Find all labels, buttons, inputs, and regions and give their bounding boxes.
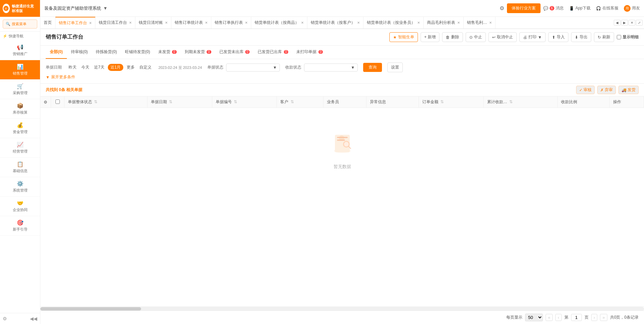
show-detail-checkbox-label[interactable]: 显示明细 <box>617 34 639 40</box>
sidebar-item-basic[interactable]: 📋 基础信息 <box>0 158 40 177</box>
app-download-item[interactable]: 📱 App下载 <box>569 5 591 11</box>
tab-goods-stat-product-close[interactable]: ✕ <box>301 21 304 25</box>
select-all-checkbox[interactable] <box>55 99 60 104</box>
import-button[interactable]: ⬆ 导入 <box>548 32 568 42</box>
filter-tab-unshipped[interactable]: 未发货 0 <box>154 46 181 59</box>
horizontal-scrollbar[interactable] <box>40 307 644 311</box>
delete-button[interactable]: 🗑 删除 <box>442 32 463 42</box>
filter-tab-shipped-out[interactable]: 已发货已出库 0 <box>254 46 292 59</box>
filter-tab-overdue-unshipped[interactable]: 到期未发货 0 <box>181 46 215 59</box>
sidebar-item-management[interactable]: 📈 经营管理 <box>0 138 40 158</box>
tab-fullscreen-button[interactable]: ⤢ <box>636 20 643 26</box>
approve-button[interactable]: ✓ 审核 <box>576 86 595 94</box>
sidebar-item-marketing[interactable]: 📢 营销推广 <box>0 41 40 60</box>
next-page-button[interactable]: › <box>591 314 597 321</box>
sidebar-item-system[interactable]: ⚙️ 系统管理 <box>0 177 40 197</box>
tab-sales-workbench-close[interactable]: ✕ <box>89 21 92 25</box>
ship-button[interactable]: 🚚 发货 <box>618 86 639 94</box>
tab-profit-analysis[interactable]: 商品毛利分析表 ✕ <box>424 17 464 29</box>
tab-close-all-button[interactable]: ✕ <box>629 20 635 26</box>
date-opt-more[interactable]: 更多 <box>125 64 136 71</box>
search-menu-button[interactable]: 🔍 搜索菜单 <box>3 19 37 29</box>
tab-goods-stat-customer-close[interactable]: ✕ <box>357 21 360 25</box>
filter-tab-shop-pending[interactable]: 旺铺待发货(0) <box>121 46 154 59</box>
sidebar-item-guide[interactable]: 🎯 新手引导 <box>0 216 40 236</box>
quick-nav-item[interactable]: ⚡ 快捷导航 <box>0 32 40 41</box>
industry-btn[interactable]: 体验行业方案 <box>507 3 541 13</box>
show-detail-checkbox[interactable] <box>617 35 621 39</box>
tab-sales-profit[interactable]: 销售毛利… ✕ <box>464 17 496 29</box>
last-page-button[interactable]: » <box>600 314 607 321</box>
sidebar-item-sales[interactable]: 📊 销售管理 <box>0 60 40 80</box>
cancel-stop-button[interactable]: ↩ 取消中止 <box>488 32 517 42</box>
tab-sales-workbench[interactable]: 销售订单工作台 ✕ <box>55 17 95 29</box>
filter-tab-unprinted[interactable]: 未打印单据 0 <box>292 46 327 59</box>
add-button[interactable]: + 新增 <box>421 32 439 42</box>
th-status-sort[interactable]: ⇅ <box>94 99 97 104</box>
filter-tab-pending-inspect[interactable]: 待拣验货(0) <box>92 46 121 59</box>
tab-money-reconcile[interactable]: 钱货日清对账 ✕ <box>135 17 171 29</box>
message-item[interactable]: 💬 6 消息 <box>543 5 564 11</box>
prev-page-button[interactable]: ‹ <box>555 314 561 321</box>
total-records: 共0页，0条记录 <box>610 315 639 320</box>
tab-sales-exec[interactable]: 销售订单执行表 ✕ <box>211 17 251 29</box>
sidebar-item-label-basic: 基础信息 <box>13 168 28 173</box>
tab-money-reconcile-close[interactable]: ✕ <box>165 21 168 25</box>
filter-tab-shipped-not-out[interactable]: 已发货未出库 0 <box>215 46 254 59</box>
settings-filter-button[interactable]: 设置 <box>387 63 403 72</box>
th-date-sort[interactable]: ⇅ <box>169 99 172 104</box>
stop-button[interactable]: ⊙ 中止 <box>466 32 486 42</box>
tab-sales-profit-close[interactable]: ✕ <box>489 21 492 25</box>
date-opt-7days[interactable]: 近7天 <box>93 64 106 71</box>
tab-sales-stat-close[interactable]: ✕ <box>205 21 208 25</box>
th-number-sort[interactable]: ⇅ <box>234 99 237 104</box>
tab-money-clear-close[interactable]: ✕ <box>129 21 132 25</box>
smart-generate-button[interactable]: ★ 智能生单 <box>389 32 418 42</box>
sidebar-item-purchase[interactable]: 🛒 采购管理 <box>0 80 40 99</box>
refresh-button[interactable]: ↻ 刷新 <box>594 32 614 42</box>
date-opt-today[interactable]: 今天 <box>80 64 91 71</box>
cancel-approve-button[interactable]: ✗ 弃审 <box>597 86 616 94</box>
sidebar-item-finance[interactable]: 💰 资金管理 <box>0 119 40 138</box>
th-collected-sort[interactable]: ⇅ <box>509 99 513 104</box>
tab-profit-analysis-close[interactable]: ✕ <box>457 21 460 25</box>
tab-goods-stat-product[interactable]: 销货单统计表（按商品） ✕ <box>251 17 307 29</box>
tab-goods-stat-customer[interactable]: 销货单统计表（按客户） ✕ <box>307 17 363 29</box>
th-customer-sort[interactable]: ⇅ <box>291 99 294 104</box>
sidebar-item-inventory[interactable]: 📦 库存核算 <box>0 99 40 119</box>
date-opt-custom[interactable]: 自定义 <box>138 64 153 71</box>
tab-prev-button[interactable]: ◀ <box>614 20 620 26</box>
tab-goods-stat-staff[interactable]: 销货单统计表（按业务员） ✕ <box>363 17 424 29</box>
page-size-select[interactable]: 50 10 20 100 <box>525 314 543 321</box>
filter-tab-pending-review[interactable]: 待审核(0) <box>67 46 92 59</box>
sidebar-collapse-icon[interactable]: ◀◀ <box>30 316 37 321</box>
topbar-settings-icon[interactable]: ⚙ <box>500 5 504 11</box>
tab-home[interactable]: 首页 <box>40 17 55 29</box>
scrollbar-thumb[interactable] <box>40 307 141 311</box>
column-settings-icon[interactable]: ⚙ <box>44 100 47 105</box>
sidebar-settings-icon[interactable]: ⚙ <box>3 316 7 321</box>
date-opt-yesterday[interactable]: 昨天 <box>67 64 78 71</box>
th-amount-sort[interactable]: ⇅ <box>440 99 444 104</box>
payment-filter-label: 收款状态 <box>285 65 301 70</box>
status-filter-select[interactable]: ▼ <box>226 64 280 72</box>
tab-sales-exec-close[interactable]: ✕ <box>245 21 248 25</box>
logo-icon: 好 <box>3 4 10 13</box>
online-service-item[interactable]: 🎧 在线客服 <box>596 5 618 11</box>
first-page-button[interactable]: « <box>546 314 553 321</box>
print-button[interactable]: 🖨 打印 ▼ <box>519 32 546 42</box>
export-button[interactable]: ⬇ 导出 <box>571 32 591 42</box>
system-dropdown-button[interactable]: ▼ <box>103 6 108 11</box>
payment-filter-select[interactable]: ▼ <box>304 64 358 72</box>
tab-money-clear[interactable]: 钱货日清工作台 ✕ <box>95 17 135 29</box>
page-number-input[interactable] <box>571 314 582 321</box>
tab-goods-stat-staff-close[interactable]: ✕ <box>417 21 420 25</box>
date-opt-1month[interactable]: 近1月 <box>108 64 124 71</box>
filter-expand-btn[interactable]: ▼ 展开更多条件 <box>46 74 639 80</box>
tab-sales-stat[interactable]: 销售订单统计表 ✕ <box>171 17 211 29</box>
filter-tab-all[interactable]: 全部(0) <box>46 46 67 59</box>
sidebar-item-cooperation[interactable]: 🤝 企业协同 <box>0 197 40 216</box>
query-button[interactable]: 查询 <box>363 63 382 72</box>
tab-next-button[interactable]: ▶ <box>621 20 628 26</box>
user-item[interactable]: 用 用友 <box>624 5 640 12</box>
